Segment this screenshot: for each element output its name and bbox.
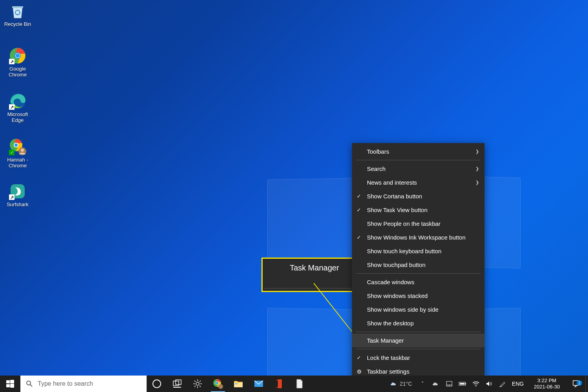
taskbar-document[interactable] bbox=[289, 376, 310, 392]
ctx-toolbars[interactable]: Toolbars ❯ bbox=[352, 145, 485, 158]
chrome-profile-icon: ✓ bbox=[9, 138, 26, 155]
tray-onedrive[interactable] bbox=[429, 376, 443, 392]
check-icon: ✓ bbox=[357, 193, 361, 199]
tray-wifi[interactable] bbox=[469, 376, 483, 392]
svg-rect-15 bbox=[6, 384, 10, 387]
svg-point-23 bbox=[196, 382, 199, 385]
cloud-icon bbox=[390, 380, 397, 388]
svg-rect-16 bbox=[10, 384, 14, 388]
chrome-profile-icon bbox=[213, 379, 223, 389]
desktop-icon-surfshark[interactable]: ↗ Surfshark bbox=[1, 183, 34, 207]
search-box[interactable]: Type here to search bbox=[20, 376, 147, 392]
windows-logo-icon bbox=[6, 380, 14, 388]
svg-rect-14 bbox=[10, 380, 14, 383]
ctx-label: Show windows stacked bbox=[367, 292, 428, 299]
mail-icon bbox=[254, 379, 264, 389]
svg-line-29 bbox=[200, 386, 201, 387]
edge-icon: ↗ bbox=[9, 93, 26, 110]
check-icon: ✓ bbox=[357, 234, 361, 240]
ctx-show-cortana[interactable]: ✓ Show Cortana button bbox=[352, 189, 485, 203]
tray-show-hidden[interactable]: ˄ bbox=[416, 376, 429, 392]
desktop-icon-hannah-chrome[interactable]: ✓ Hannah - Chrome bbox=[1, 138, 34, 169]
tray-volume[interactable] bbox=[483, 376, 496, 392]
taskbar-file-explorer[interactable] bbox=[228, 376, 249, 392]
svg-rect-20 bbox=[173, 381, 179, 386]
ctx-show-touch-keyboard[interactable]: Show touch keyboard button bbox=[352, 244, 485, 258]
ctx-label: Show Windows Ink Workspace button bbox=[367, 234, 466, 241]
taskbar-task-view[interactable] bbox=[167, 376, 187, 392]
ctx-show-people[interactable]: Show People on the taskbar bbox=[352, 217, 485, 230]
svg-rect-36 bbox=[234, 383, 243, 387]
desktop[interactable]: Recycle Bin ↗ Google Chrome ↗ Microsoft … bbox=[0, 0, 588, 376]
ctx-label: Task Manager bbox=[367, 337, 404, 344]
ctx-label: Cascade windows bbox=[367, 279, 414, 285]
ctx-label: Show Task View button bbox=[367, 207, 428, 213]
gear-icon: ⚙ bbox=[357, 368, 362, 375]
ctx-separator bbox=[356, 349, 481, 349]
taskbar-settings[interactable] bbox=[187, 376, 208, 392]
ctx-side-by-side[interactable]: Show windows side by side bbox=[352, 303, 485, 316]
svg-rect-43 bbox=[465, 383, 466, 385]
callout-label: Task Manager bbox=[290, 263, 339, 272]
taskbar-cortana[interactable] bbox=[147, 376, 167, 392]
tray-battery[interactable] bbox=[456, 376, 469, 392]
desktop-icon-recycle-bin[interactable]: Recycle Bin bbox=[1, 2, 34, 27]
svg-rect-37 bbox=[235, 383, 238, 384]
gear-icon bbox=[192, 379, 203, 389]
svg-rect-13 bbox=[6, 380, 10, 383]
ctx-label: Show touch keyboard button bbox=[367, 248, 441, 254]
taskbar-mail[interactable] bbox=[249, 376, 269, 392]
ctx-task-manager[interactable]: Task Manager bbox=[352, 334, 485, 347]
chevron-right-icon: ❯ bbox=[475, 166, 479, 171]
ctx-stacked[interactable]: Show windows stacked bbox=[352, 289, 485, 303]
ctx-show-touchpad[interactable]: Show touchpad button bbox=[352, 258, 485, 272]
ctx-news-interests[interactable]: News and interests ❯ bbox=[352, 176, 485, 189]
ctx-label: Show windows side by side bbox=[367, 306, 439, 313]
weather-widget[interactable]: 21°C bbox=[386, 376, 416, 392]
tray-ink[interactable] bbox=[496, 376, 509, 392]
ctx-separator bbox=[356, 160, 481, 160]
taskbar-office[interactable] bbox=[269, 376, 289, 392]
action-center[interactable]: 2 bbox=[567, 379, 585, 388]
onedrive-icon bbox=[432, 380, 440, 388]
icon-label: Hannah - Chrome bbox=[7, 157, 28, 169]
svg-point-8 bbox=[15, 143, 18, 147]
chevron-up-icon: ˄ bbox=[421, 381, 424, 387]
task-view-icon bbox=[172, 379, 182, 389]
tray-language[interactable]: ENG bbox=[509, 376, 526, 392]
ctx-show-ink[interactable]: ✓ Show Windows Ink Workspace button bbox=[352, 230, 485, 244]
ctx-lock-taskbar[interactable]: ✓ Lock the taskbar bbox=[352, 351, 485, 365]
svg-line-30 bbox=[194, 386, 196, 387]
ctx-label: Show People on the taskbar bbox=[367, 220, 441, 227]
ctx-label: News and interests bbox=[367, 179, 417, 186]
tray-clock[interactable]: 3:22 PM 2021-06-30 bbox=[526, 377, 567, 390]
taskbar-chrome-profile[interactable] bbox=[208, 376, 228, 392]
recycle-bin-icon bbox=[9, 2, 26, 20]
desktop-icon-google-chrome[interactable]: ↗ Google Chrome bbox=[1, 47, 34, 78]
show-desktop-sliver[interactable] bbox=[585, 376, 588, 392]
desktop-icon-microsoft-edge[interactable]: ↗ Microsoft Edge bbox=[1, 93, 34, 123]
search-icon bbox=[26, 380, 33, 387]
chevron-right-icon: ❯ bbox=[475, 149, 479, 154]
search-placeholder: Type here to search bbox=[38, 380, 93, 387]
icon-label: Microsoft Edge bbox=[7, 111, 28, 123]
start-button[interactable] bbox=[0, 376, 20, 392]
clock-time: 3:22 PM bbox=[528, 377, 566, 384]
clock-date: 2021-06-30 bbox=[528, 384, 566, 390]
taskbar[interactable]: Type here to search 21°C ˄ bbox=[0, 376, 588, 392]
ctx-search[interactable]: Search ❯ bbox=[352, 162, 485, 176]
ctx-label: Toolbars bbox=[367, 148, 389, 155]
ctx-show-desktop[interactable]: Show the desktop bbox=[352, 316, 485, 330]
wifi-icon bbox=[472, 380, 480, 388]
ctx-show-task-view[interactable]: ✓ Show Task View button bbox=[352, 203, 485, 217]
svg-line-28 bbox=[194, 381, 196, 382]
shortcut-overlay-icon: ↗ bbox=[9, 104, 15, 110]
svg-point-34 bbox=[216, 382, 218, 384]
ctx-label: Lock the taskbar bbox=[367, 354, 410, 361]
ctx-cascade-windows[interactable]: Cascade windows bbox=[352, 275, 485, 289]
tray-touchpad[interactable] bbox=[443, 376, 456, 392]
ctx-label: Search bbox=[367, 165, 386, 172]
check-icon: ✓ bbox=[357, 207, 361, 213]
cortana-icon bbox=[152, 379, 162, 389]
ctx-label: Show touchpad button bbox=[367, 261, 425, 268]
